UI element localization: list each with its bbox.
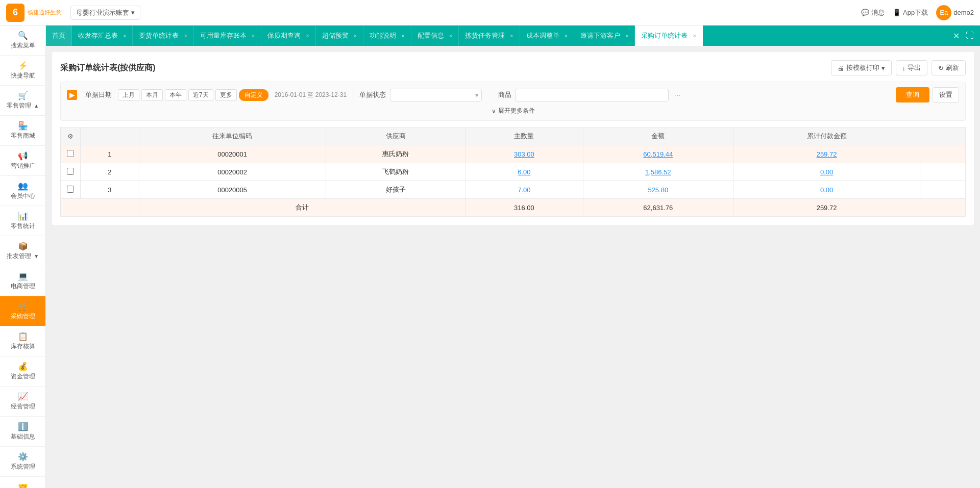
sidebar-item-inventory[interactable]: 📋 库存核算 bbox=[0, 326, 45, 356]
sidebar-item-quick-nav[interactable]: ⚡ 快捷导航 bbox=[0, 56, 45, 86]
workspace-selector[interactable]: 母婴行业演示账套 ▾ bbox=[70, 6, 140, 20]
custom-date-btn[interactable]: 自定义 bbox=[239, 89, 268, 101]
tab-close-icon[interactable]: × bbox=[401, 33, 404, 39]
status-filter-area: 单据状态 ▾ bbox=[359, 89, 482, 101]
logo-text: 畅捷通好生意 bbox=[28, 9, 61, 16]
sidebar-item-label: 基础信息 bbox=[11, 433, 35, 440]
search-button[interactable]: 查询 bbox=[896, 87, 929, 102]
row-checkbox[interactable] bbox=[67, 186, 74, 193]
tab-expiry-query[interactable]: 保质期查询 × bbox=[261, 25, 315, 46]
row-qty[interactable]: 6.00 bbox=[465, 163, 583, 181]
filter-toggle-button[interactable]: ▶ bbox=[67, 90, 77, 100]
sidebar-item-label: 快捷导航 bbox=[11, 72, 35, 79]
sidebar-item-system-mgmt[interactable]: ⚙️ 系统管理 bbox=[0, 447, 45, 477]
tab-order-stats[interactable]: 要货单统计表 × bbox=[133, 25, 193, 46]
user-initials: Ea bbox=[940, 9, 948, 16]
row-amount[interactable]: 525.80 bbox=[583, 181, 733, 199]
row-supplier: 飞鹤奶粉 bbox=[326, 163, 465, 181]
sidebar-item-label: 电商管理 bbox=[11, 282, 35, 290]
expand-label: 展开更多条件 bbox=[498, 107, 535, 115]
this-year-btn[interactable]: 本年 bbox=[165, 89, 186, 101]
marketing-icon: 📢 bbox=[2, 151, 43, 161]
close-all-tabs-icon[interactable]: ✕ bbox=[951, 29, 962, 43]
row-paid[interactable]: 0.00 bbox=[733, 181, 920, 199]
refresh-button[interactable]: ↻ 刷新 bbox=[932, 60, 966, 75]
goods-more-icon[interactable]: ··· bbox=[675, 91, 680, 99]
sidebar-item-enterprise-collab[interactable]: 🤝 企业协同 bbox=[0, 477, 45, 488]
tab-close-icon[interactable]: × bbox=[625, 33, 628, 39]
inventory-icon: 📋 bbox=[2, 331, 43, 341]
tab-close-icon[interactable]: × bbox=[449, 33, 452, 39]
row-checkbox-cell[interactable] bbox=[61, 163, 81, 181]
last-7-days-btn[interactable]: 近7天 bbox=[188, 89, 213, 101]
tab-overstock-warning[interactable]: 超储预警 × bbox=[316, 25, 363, 46]
tab-available-stock[interactable]: 可用量库存账本 × bbox=[194, 25, 261, 46]
avatar: Ea bbox=[936, 5, 951, 20]
more-date-btn[interactable]: 更多 bbox=[215, 89, 237, 101]
tab-receive-send-summary[interactable]: 收发存汇总表 × bbox=[72, 25, 133, 46]
sidebar-item-basic-info[interactable]: ℹ️ 基础信息 bbox=[0, 417, 45, 447]
row-paid[interactable]: 0.00 bbox=[733, 163, 920, 181]
tab-home[interactable]: 首页 bbox=[46, 25, 72, 46]
tab-close-icon[interactable]: × bbox=[184, 33, 187, 39]
tab-close-icon[interactable]: × bbox=[693, 33, 696, 39]
table-row[interactable]: 2 00020002 飞鹤奶粉 6.00 1,586.52 0.00 bbox=[61, 163, 966, 181]
sidebar-item-label: 会员中心 bbox=[11, 192, 35, 199]
expand-more-button[interactable]: ∨ 展开更多条件 bbox=[492, 107, 535, 115]
filter-divider bbox=[353, 90, 353, 100]
sidebar-item-wholesale-mgmt[interactable]: 📦 批发管理 ▼ bbox=[0, 236, 45, 266]
sidebar-item-finance[interactable]: 💰 资金管理 bbox=[0, 356, 45, 387]
sidebar-item-operations[interactable]: 📈 经营管理 bbox=[0, 387, 45, 417]
sidebar-item-retail-mall[interactable]: 🏪 零售商城 bbox=[0, 116, 45, 146]
tab-close-icon[interactable]: × bbox=[252, 33, 255, 39]
sidebar-item-search[interactable]: 🔍 搜索菜单 bbox=[0, 25, 45, 56]
sidebar-item-retail-stats[interactable]: 📊 零售统计 bbox=[0, 206, 45, 236]
sidebar-item-purchase-mgmt[interactable]: 🛒 采购管理 bbox=[0, 296, 45, 326]
row-checkbox[interactable] bbox=[67, 168, 74, 175]
row-amount[interactable]: 60,519.44 bbox=[583, 145, 733, 163]
nav-tabs-actions: ✕ ⛶ bbox=[951, 29, 980, 43]
col-paid: 累计付款金额 bbox=[733, 127, 920, 145]
tab-invite-downstream[interactable]: 邀请下游客户 × bbox=[574, 25, 635, 46]
user-area[interactable]: Ea demo2 bbox=[936, 5, 974, 20]
sidebar-item-marketing[interactable]: 📢 营销推广 bbox=[0, 146, 45, 176]
sidebar-item-retail-mgmt[interactable]: 🛒 零售管理 ▲ bbox=[0, 86, 45, 116]
goods-input[interactable] bbox=[516, 89, 669, 101]
table-row[interactable]: 1 00020001 惠氏奶粉 303.00 60,519.44 259.72 bbox=[61, 145, 966, 163]
sidebar-item-member-center[interactable]: 👥 会员中心 bbox=[0, 176, 45, 206]
action-buttons: 查询 设置 bbox=[896, 87, 959, 102]
table-row[interactable]: 3 00020005 好孩子 7.00 525.80 0.00 bbox=[61, 181, 966, 199]
maximize-icon[interactable]: ⛶ bbox=[964, 29, 976, 42]
col-qty: 主数量 bbox=[465, 127, 583, 145]
row-extra bbox=[920, 163, 966, 181]
tab-close-icon[interactable]: × bbox=[123, 33, 126, 39]
this-month-btn[interactable]: 本月 bbox=[141, 89, 163, 101]
settings-button[interactable]: 设置 bbox=[933, 87, 959, 102]
col-settings[interactable]: ⚙ bbox=[61, 127, 81, 145]
tab-pick-task-mgmt[interactable]: 拣货任务管理 × bbox=[459, 25, 520, 46]
print-button[interactable]: 🖨 按模板打印 ▾ bbox=[831, 60, 892, 75]
app-download-button[interactable]: 📱 App下载 bbox=[893, 8, 928, 17]
tab-close-icon[interactable]: × bbox=[306, 33, 309, 39]
status-select[interactable] bbox=[390, 89, 482, 101]
row-qty[interactable]: 7.00 bbox=[465, 181, 583, 199]
last-month-btn[interactable]: 上月 bbox=[118, 89, 139, 101]
tab-close-icon[interactable]: × bbox=[565, 33, 568, 39]
table-footer-row: 合计 316.00 62,631.76 259.72 bbox=[61, 199, 966, 217]
row-checkbox[interactable] bbox=[67, 150, 74, 157]
row-amount[interactable]: 1,586.52 bbox=[583, 163, 733, 181]
tab-config-info[interactable]: 配置信息 × bbox=[411, 25, 459, 46]
tab-close-icon[interactable]: × bbox=[354, 33, 357, 39]
tab-purchase-order-stats[interactable]: 采购订单统计表 × bbox=[635, 25, 702, 46]
row-paid[interactable]: 259.72 bbox=[733, 145, 920, 163]
row-checkbox-cell[interactable] bbox=[61, 145, 81, 163]
message-button[interactable]: 💬 消息 bbox=[861, 8, 885, 17]
row-checkbox-cell[interactable] bbox=[61, 181, 81, 199]
tab-label: 收发存汇总表 bbox=[78, 31, 118, 40]
sidebar-item-ecommerce[interactable]: 💻 电商管理 bbox=[0, 266, 45, 296]
row-qty[interactable]: 303.00 bbox=[465, 145, 583, 163]
tab-function-desc[interactable]: 功能说明 × bbox=[363, 25, 411, 46]
export-button[interactable]: ↓ 导出 bbox=[896, 60, 928, 75]
tab-close-icon[interactable]: × bbox=[510, 33, 513, 39]
tab-cost-adjustment[interactable]: 成本调整单 × bbox=[520, 25, 574, 46]
